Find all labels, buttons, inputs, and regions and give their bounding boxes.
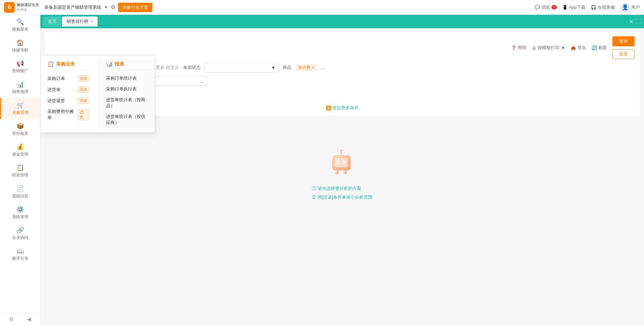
online-service-btn[interactable]: 🎧 在线客服 [591, 4, 615, 10]
sidebar-item-sales[interactable]: 📊 销售管理 [0, 77, 40, 98]
filter-settings-btn[interactable]: 设置 [612, 49, 635, 59]
dropdown-col-report: 📊 报表 采购订单统计表 采购订单执行表 进货单统计表（按商品） 进货单统计表（… [99, 59, 154, 128]
menu-item-purchase-order[interactable]: 采购订单 历史 [45, 73, 92, 84]
sidebar-label-purchase: 采购管理 [12, 110, 29, 116]
menu-item-order-stat[interactable]: 采购订单统计表 [103, 73, 150, 84]
tab-maximize-btn[interactable]: ⛶ [636, 18, 641, 25]
system-title-dropdown[interactable]: ▼ [104, 5, 108, 10]
salesman-ellipsis: ... [200, 79, 204, 84]
sidebar-item-finance[interactable]: 💰 资金管理 [0, 140, 40, 161]
empty-svg-icon [325, 145, 359, 179]
industry-btn[interactable]: 体验行业方案 [118, 3, 152, 12]
sidebar-label-search: 搜索菜单 [12, 27, 28, 32]
date-more-link[interactable]: 更多 [156, 65, 165, 71]
online-service-label: 在线客服 [598, 4, 615, 10]
tab-right-actions: ✕ ⛶ [629, 18, 641, 25]
sidebar-item-purchase[interactable]: 🛒 采购管理 [0, 98, 40, 119]
sidebar-item-guide[interactable]: 📖 新手引导 [0, 244, 40, 265]
query-btn[interactable]: 查询 [612, 36, 635, 46]
refresh-btn[interactable]: 🔄 刷新 [592, 45, 607, 51]
goods-ellipsis[interactable]: ... [321, 65, 325, 71]
sidebar-item-system[interactable]: ⚙️ 系统管理 [0, 202, 40, 223]
print-arrow: ▼ [561, 45, 565, 50]
sidebar-collapse-btn[interactable]: ◀ [27, 316, 31, 322]
svg-point-2 [337, 161, 339, 163]
inbound-stat-supplier-label: 进货单统计表（按供应商） [106, 114, 148, 126]
menu-item-inbound[interactable]: 进货单 历史 [45, 84, 92, 95]
collapse-label: 收起更多条件 [332, 105, 359, 111]
sidebar-label-sales: 销售管理 [12, 89, 28, 95]
tab-sales-rank[interactable]: 销售排行榜 × [62, 16, 98, 27]
return-label: 进货退货 [47, 98, 65, 104]
menu-item-return[interactable]: 进货退货 历史 [45, 95, 92, 106]
tab-sales-rank-label: 销售排行榜 [67, 18, 88, 25]
collapse-arrow: 🔼 [326, 106, 331, 111]
menu-item-inbound-stat-supplier[interactable]: 进货单统计表（按供应商） [103, 111, 150, 128]
guide-icon: 📖 [16, 247, 24, 255]
hint2-bullet: ② [312, 195, 318, 200]
sidebar-item-search[interactable]: 🔍 搜索菜单 [0, 15, 40, 36]
sidebar-item-basicinfo[interactable]: 📄 基础信息 [0, 181, 40, 202]
svg-rect-4 [335, 170, 339, 174]
help-icon: ❓ [511, 45, 516, 50]
tab-bar: 首页 销售排行榜 × ✕ ⛶ [40, 15, 644, 28]
tab-home[interactable]: 首页 [43, 16, 61, 27]
sidebar-item-quicknav[interactable]: 🏠 快捷导航 [0, 36, 40, 56]
print-btn[interactable]: 🖨 按模板打印 ▼ [532, 45, 565, 51]
empty-state: ① 请先选择要分析的方案 ② 用[过滤]条件来缩小分析范围 [44, 118, 640, 229]
sidebar-item-operation[interactable]: 📋 经营管理 [0, 161, 40, 181]
col-divider [97, 59, 98, 128]
export-icon: 📤 [571, 45, 576, 50]
sidebar-item-marketing[interactable]: 📢 营销推广 [0, 56, 40, 77]
date-custom-link[interactable]: 自定义 [166, 65, 179, 71]
order-status-select[interactable]: ▼ [205, 63, 279, 73]
tab-close-window-btn[interactable]: ✕ [629, 18, 633, 25]
sidebar-item-inventory[interactable]: 📦 库存核算 [0, 119, 40, 140]
home-icon: 🏠 [16, 39, 24, 46]
help-btn[interactable]: ❓ 帮助 [511, 45, 527, 51]
expense-label: 采购费用分摊单 [47, 109, 78, 121]
system-title: 装备及固定资产辅助管理系统 [44, 4, 101, 10]
report-col-label: 报表 [115, 61, 124, 67]
menu-item-inbound-stat-goods[interactable]: 进货单统计表（按商品） [103, 94, 150, 111]
sidebar-settings-btn[interactable]: ⚙ [9, 316, 14, 322]
inbound-stat-goods-label: 进货单统计表（按商品） [106, 97, 148, 109]
app-download-label: App下载 [569, 4, 585, 10]
refresh-icon: 🔄 [592, 45, 597, 50]
menu-item-expense[interactable]: 采购费用分摊单 历史 [45, 106, 92, 123]
menu-item-order-exec[interactable]: 采购订单执行表 [103, 84, 150, 94]
hint1-bullet: ① [312, 186, 318, 191]
goods-tag-close[interactable]: × [312, 65, 314, 70]
sidebar-label-finance: 资金管理 [12, 152, 28, 157]
messages-btn[interactable]: 💬 消息 5 [535, 4, 557, 10]
logo-icon: 6 [4, 2, 15, 13]
sidebar-item-enterprise[interactable]: 🔗 企业协同 [0, 223, 40, 244]
tab-close-icon[interactable]: × [91, 19, 93, 24]
export-btn[interactable]: 📤 导出 [571, 45, 586, 51]
app-download-btn[interactable]: 📱 App下载 [562, 4, 585, 10]
sidebar-label-operation: 经营管理 [12, 172, 28, 178]
inventory-icon: 📦 [16, 122, 24, 130]
header-right: 💬 消息 5 📱 App下载 🎧 在线客服 👤 用户 [535, 3, 640, 12]
user-btn[interactable]: 👤 用户 [620, 3, 640, 12]
user-label: 用户 [631, 4, 640, 10]
sidebar-label-quicknav: 快捷导航 [12, 47, 28, 53]
logo-text-block: 畅捷通好生意 标准版 [17, 2, 39, 12]
hint1-text: 请先选择要分析的方案 [318, 186, 361, 191]
report-col-icon: 📊 [106, 61, 113, 67]
messages-label: 消息 [541, 4, 550, 10]
avatar: 👤 [620, 3, 630, 12]
svg-rect-5 [344, 170, 347, 174]
business-col-label: 采购业务 [56, 61, 75, 67]
sales-icon: 📊 [16, 81, 24, 88]
sidebar-label-enterprise: 企业协同 [12, 235, 28, 241]
sidebar-label-basicinfo: 基础信息 [12, 193, 28, 199]
goods-label: 商品 [283, 65, 291, 71]
settings-gear-btn[interactable]: ⚙ [111, 4, 115, 10]
business-col-icon: 📋 [47, 61, 54, 67]
sidebar-label-system: 系统管理 [12, 214, 28, 220]
export-label: 导出 [577, 45, 586, 51]
messages-badge: 5 [551, 5, 557, 9]
svg-rect-1 [335, 158, 348, 167]
order-exec-label: 采购订单执行表 [106, 86, 137, 92]
